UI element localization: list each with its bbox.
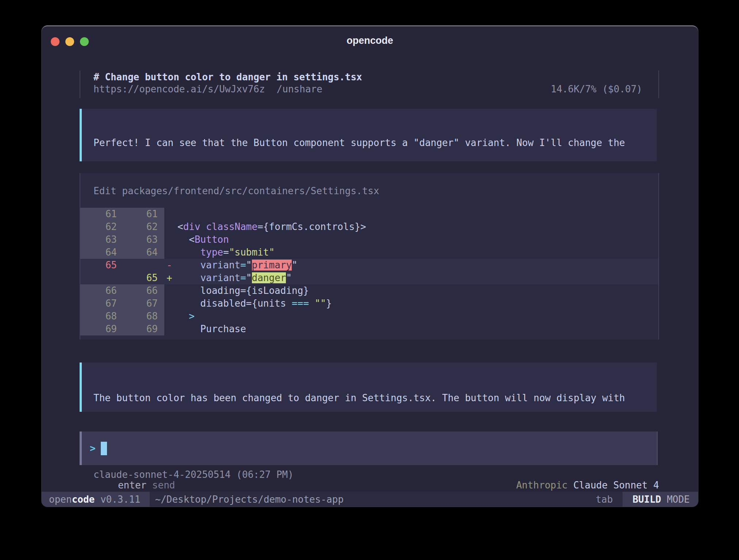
code-token: = (240, 260, 246, 271)
code-token (177, 260, 200, 271)
diff-row: 6363 <Button (80, 233, 658, 246)
code-line: loading={isLoading} (177, 284, 658, 297)
session-header: # Change button color to danger in setti… (80, 70, 659, 98)
code-token: primary (252, 260, 292, 271)
diff-row: 65+ variant="danger" (80, 272, 658, 284)
new-line-number: 63 (117, 233, 164, 246)
code-token (200, 221, 206, 232)
diff-marker: + (164, 272, 177, 284)
new-line-number: 62 (117, 220, 164, 233)
old-line-number: 63 (80, 233, 117, 246)
hint-send-label: send (152, 480, 175, 491)
diff-row: 6464 type="submit" (80, 246, 658, 259)
old-line-number: 68 (80, 310, 117, 323)
diff-row: 6767 disabled={units === ""} (80, 297, 658, 310)
prompt-caret-icon: > (90, 443, 96, 454)
cwd-label: ~/Desktop/Projects/demo-notes-app (155, 494, 344, 505)
code-token: > (189, 311, 195, 322)
tab-hint: tab (596, 494, 613, 505)
old-line-number (80, 272, 117, 284)
code-line: disabled={units === ""} (177, 297, 658, 310)
code-token: === (292, 298, 309, 309)
code-line: type="submit" (177, 246, 658, 259)
status-bar: opencode v0.3.11 ~/Desktop/Projects/demo… (42, 492, 698, 507)
new-line-number: 65 (117, 272, 164, 284)
diff-row: 6161 (80, 208, 658, 220)
message-line: The button color has been changed to dan… (93, 392, 657, 404)
new-line-number (117, 259, 164, 272)
code-token: " (292, 260, 298, 271)
diff-marker (164, 220, 177, 233)
old-line-number: 64 (80, 246, 117, 259)
code-line: <Button (177, 233, 658, 246)
new-line-number: 61 (117, 208, 164, 220)
diff-row: 6262<div className={formCs.controls}> (80, 220, 658, 233)
code-token: danger (252, 272, 286, 283)
new-line-number: 66 (117, 284, 164, 297)
code-token: div (183, 221, 200, 232)
code-token: "" (315, 298, 326, 309)
code-token: type (200, 247, 223, 258)
code-token (177, 272, 200, 283)
new-line-number: 67 (117, 297, 164, 310)
diff-row: 6666 loading={isLoading} (80, 284, 658, 297)
context-stats: 14.6K/7% ($0.07) (551, 83, 658, 95)
code-token: = (223, 247, 229, 258)
assistant-message: Perfect! I can see that the Button compo… (80, 109, 657, 161)
new-line-number: 64 (117, 246, 164, 259)
diff-row: 6868 > (80, 310, 658, 323)
diff-marker (164, 284, 177, 297)
code-token: className (206, 221, 257, 232)
brand-label: open (49, 494, 72, 505)
edit-tool-panel: Edit packages/frontend/src/containers/Se… (80, 173, 659, 340)
old-line-number: 69 (80, 323, 117, 335)
code-line: variant="danger" (177, 272, 658, 284)
code-line: <div className={formCs.controls}> (177, 220, 658, 233)
diff-marker (164, 233, 177, 246)
model-label: Claude Sonnet 4 (573, 480, 659, 491)
code-token: < (177, 234, 195, 245)
old-line-number: 62 (80, 220, 117, 233)
diff-row: 65- variant="primary" (80, 259, 658, 272)
prompt-input[interactable]: > (80, 431, 658, 465)
diff-marker (164, 246, 177, 259)
code-line (177, 208, 658, 220)
brand-badge: opencode v0.3.11 (42, 492, 150, 507)
code-token (177, 311, 189, 322)
share-url-link[interactable]: https://opencode.ai/s/UwJxv76z (93, 83, 265, 95)
hint-enter-key: enter (118, 480, 146, 491)
provider-label: Anthropic (516, 480, 568, 491)
old-line-number: 65 (80, 259, 117, 272)
opencode-window: opencode # Change button color to danger… (42, 26, 698, 507)
window-title: opencode (42, 35, 698, 46)
diff-marker (164, 310, 177, 323)
code-token: } (326, 298, 332, 309)
code-token: disabled={units (177, 298, 292, 309)
code-token (177, 247, 200, 258)
code-line: > (177, 310, 658, 323)
assistant-message: The button color has been changed to dan… (80, 363, 657, 412)
mode-badge[interactable]: BUILD MODE (623, 492, 698, 507)
code-token: Button (195, 234, 229, 245)
new-line-number: 68 (117, 310, 164, 323)
diff-marker: - (164, 259, 177, 272)
text-cursor (101, 442, 107, 455)
code-token: variant (200, 260, 241, 271)
code-token: " (246, 272, 252, 283)
code-token: " (246, 260, 252, 271)
code-token: variant (200, 272, 241, 283)
session-title: # Change button color to danger in setti… (93, 71, 658, 83)
new-line-number: 69 (117, 323, 164, 335)
diff-marker (164, 323, 177, 335)
old-line-number: 67 (80, 297, 117, 310)
message-line: Perfect! I can see that the Button compo… (93, 137, 657, 149)
code-token: = (240, 272, 246, 283)
code-token: ={formCs.controls}> (257, 221, 366, 232)
code-line: variant="primary" (177, 259, 658, 272)
unshare-action[interactable]: /unshare (277, 83, 322, 95)
code-line: Purchase (177, 323, 658, 335)
diff-view: 61616262<div className={formCs.controls}… (80, 208, 658, 335)
code-token (309, 298, 315, 309)
code-token: < (177, 221, 183, 232)
code-token: Purchase (177, 323, 246, 334)
